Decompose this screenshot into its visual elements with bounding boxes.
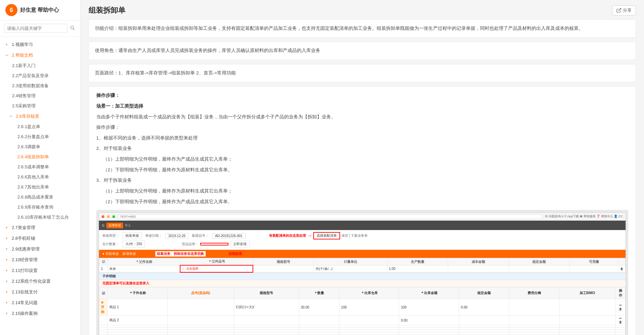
sidebar-item-2-2[interactable]: 2.2产品安装及登录 — [0, 71, 80, 81]
step-2: 2、对于组装业务 — [96, 144, 628, 153]
annotation-5-label: 无固定清单可以直接在这里录入 — [99, 280, 626, 287]
annotation-1: 有装配清单的在这里处理 — [269, 233, 306, 238]
annotation-4-label: 启用处理 — [228, 252, 242, 256]
sidebar-item-2-12[interactable]: + 2.12系统个性化设置 — [0, 276, 80, 287]
sidebar-item-2-6-5[interactable]: 2.6.5成本调整单 — [0, 162, 80, 172]
steps-title: 操作步骤： — [96, 93, 628, 99]
sidebar-item-2-6-9[interactable]: 2.6.9库存账本查询 — [0, 202, 80, 212]
search-button[interactable] — [69, 24, 76, 33]
app-title: 好生意 帮助中心 — [20, 7, 59, 14]
sidebar-item-2-1[interactable]: 2.1新手入门 — [0, 61, 80, 71]
sidebar: 6 好生意 帮助中心 + 1.视频学习 − 2.帮助文档 2.1新手入门 2.2… — [0, 0, 80, 335]
sidebar-item-2-6-8[interactable]: 2.6.8商品成本重算 — [0, 192, 80, 202]
step-3-2: （2）下部明细为子件明细，最终作为产成品生成其它入库单。 — [96, 198, 628, 206]
intro-block-2: 使用角色：通常由生产人员或库管人员完成拆装业务的操作，库管人员确认原材料的出库和… — [89, 42, 636, 60]
step-3: 3、对于拆装业务 — [96, 176, 628, 185]
sidebar-item-2-6-7[interactable]: 2.6.7其他出库单 — [0, 182, 80, 192]
mock-assembly-btn: 选择装配清单 — [313, 232, 340, 239]
steps-block: 操作步骤： 场景一：加工类型选择 当由多个子件材料组装成一个成品的业务为【组装】… — [89, 86, 636, 335]
sidebar-item-2-14[interactable]: + 2.14常见问题 — [0, 297, 80, 308]
step-1: 1、根据不同的业务，选择不同单据的类型来处理 — [96, 134, 628, 143]
scene1-title: 场景一：加工类型选择 — [96, 102, 628, 111]
page-header: 组装拆卸单 分享 — [80, 0, 644, 19]
intro-block-1: 功能介绍：组装拆卸单用来处理企业组装或拆卸等加工业务，支持有固定装配清单的产品加… — [89, 19, 636, 38]
step-3-1: （1）上部明细为父件明细，最终作为原材料生成其它出库单； — [96, 187, 628, 196]
sidebar-item-2-6[interactable]: − 2.6库存核算 — [0, 111, 80, 122]
plus-icon-10: + — [5, 300, 10, 305]
sidebar-item-2-5[interactable]: 2.5采购管理 — [0, 101, 80, 111]
plus-icon: + — [5, 42, 10, 47]
plus-icon-9: + — [5, 290, 10, 294]
sidebar-item-video[interactable]: + 1.视频学习 — [0, 39, 80, 50]
sidebar-item-2-6-4[interactable]: 2.6.4组装拆卸单 — [0, 152, 80, 162]
scene1-desc: 当由多个子件材料组装成一个成品的业务为【组装】业务，当由一个父件拆分成多个子产品… — [96, 113, 628, 121]
plus-icon-11: + — [5, 311, 10, 316]
annotation-3-label: 组装业务、拆卸业务在这里切换 — [155, 251, 206, 257]
sidebar-item-docs[interactable]: − 2.帮助文档 — [0, 50, 80, 61]
main-content: 组装拆卸单 分享 功能介绍：组装拆卸单用来处理企业组装或拆卸等加工业务，支持有固… — [80, 0, 644, 335]
screenshot-block: TEST-H002 ⚙ 问题咨询-X © App下载 ☎ 帮助服务 ❓ 帮助中心… — [96, 210, 628, 335]
plus-icon-5: + — [5, 247, 10, 252]
share-button[interactable]: 分享 — [612, 5, 636, 15]
sidebar-item-2-15[interactable]: + 2.15操作案例 — [0, 308, 80, 319]
sidebar-item-2-6-6[interactable]: 2.6.6其他入库单 — [0, 172, 80, 182]
mock-section-header: ● 关联单据 新增单据 — [102, 252, 136, 256]
plus-icon-3: + — [5, 225, 10, 230]
app-logo: 6 — [5, 4, 17, 16]
plus-icon-8: + — [5, 279, 10, 284]
plus-icon-7: + — [5, 268, 10, 273]
content-area: 功能介绍：组装拆卸单用来处理企业组装或拆卸等加工业务，支持有固定装配清单的产品加… — [80, 19, 644, 335]
plus-icon-6: + — [5, 258, 10, 262]
sidebar-item-2-10[interactable]: + 2.10经营管理 — [0, 255, 80, 265]
step-2-1: （1）上部明细为父件明细，最终作为产成品生成其它入库单； — [96, 155, 628, 164]
search-box — [0, 20, 80, 37]
sidebar-item-2-4[interactable]: 2.4销售管理 — [0, 91, 80, 101]
sidebar-item-2-3[interactable]: 2.3使用前数据准备 — [0, 81, 80, 91]
sidebar-item-2-8[interactable]: + 2.8手机旺铺 — [0, 233, 80, 244]
step-2-2: （2）下部明细为子件明细，最终作为原材料生成其它出库单。 — [96, 166, 628, 174]
plus-icon-4: + — [5, 236, 10, 241]
sidebar-header: 6 好生意 帮助中心 — [0, 0, 80, 20]
sidebar-item-2-9[interactable]: + 2.9优惠券管理 — [0, 244, 80, 255]
sidebar-item-2-6-2[interactable]: 2.6.2分量盘点单 — [0, 132, 80, 142]
minus-icon: − — [5, 53, 10, 58]
steps-header: 操作步骤： — [96, 123, 628, 132]
sidebar-item-2-6-3[interactable]: 2.6.3调拨单 — [0, 142, 80, 152]
minus-icon-2: − — [9, 114, 14, 119]
search-input[interactable] — [4, 24, 67, 33]
mock-nav-new: 新增单据 — [106, 223, 123, 228]
svg-line-1 — [73, 29, 75, 30]
sidebar-item-2-11[interactable]: + 2.11打印设置 — [0, 265, 80, 276]
page-title: 组装拆卸单 — [89, 5, 125, 15]
nav-tree: + 1.视频学习 − 2.帮助文档 2.1新手入门 2.2产品安装及登录 2.3… — [0, 37, 80, 335]
sidebar-item-2-13[interactable]: + 2.13在线支付 — [0, 287, 80, 297]
sidebar-item-2-6-1[interactable]: 2.6.1盘点单 — [0, 122, 80, 132]
sidebar-item-2-6-10[interactable]: 2.6.10库存账本错了怎么办 — [0, 212, 80, 222]
sidebar-item-2-7[interactable]: + 2.7资金管理 — [0, 222, 80, 233]
intro-block-3: 页面路径：1、库存核算->库存管理->组装拆卸单 2、首页->常用功能 — [89, 64, 636, 82]
